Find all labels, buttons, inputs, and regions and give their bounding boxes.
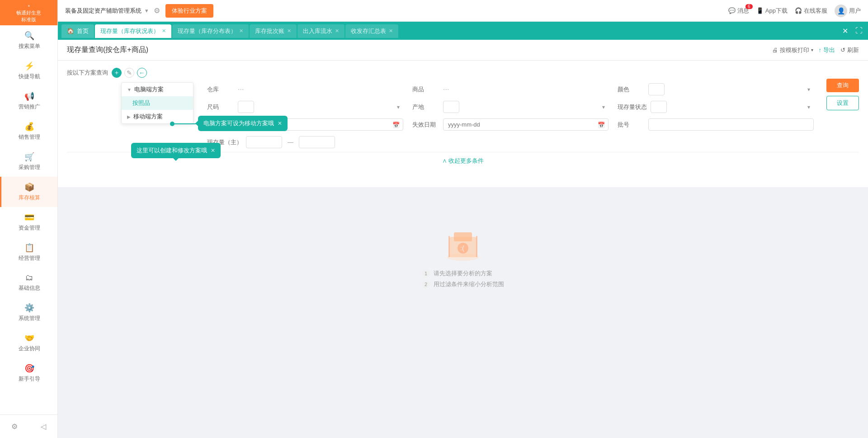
status-select[interactable] [651, 101, 667, 113]
search-button[interactable]: 查询 [826, 79, 859, 92]
filter-label-goods: 商品 [412, 85, 439, 94]
empty-illustration: :( [440, 223, 486, 264]
tab-expand-icon[interactable]: ⛶ [854, 25, 864, 37]
settings-icon[interactable]: ⚙ [9, 420, 19, 433]
tab-summary[interactable]: 收发存汇总表 ✕ [345, 24, 398, 38]
sidebar-item-marketing[interactable]: 📢 营销推广 [0, 86, 57, 116]
scheme-tree-panel: ▼ 电脑端方案 按照品 ▶ 移动端方案 [121, 82, 193, 124]
refresh-btn[interactable]: ↺ 刷新 [840, 46, 859, 54]
tooltip-close-btn[interactable]: ✕ [278, 120, 282, 127]
filter-grid: 仓库 ··· 商品 ··· 颜色 [207, 83, 859, 148]
filter-row-expire-date: 失效日期 [412, 118, 609, 131]
tab-flow[interactable]: 出入库流水 ✕ [297, 24, 344, 38]
purchase-icon: 🛒 [24, 152, 34, 162]
tab-close-icon[interactable]: ✕ [239, 28, 243, 34]
page-header: 现存量查询(按仓库+商品) 🖨 按模板打印 ▾ ↑ 导出 ↺ 刷新 [58, 40, 868, 61]
sidebar-nav: 🔍 搜索菜单 ⚡ 快捷导航 📢 营销推广 💰 销售管理 🛒 采购管理 📦 库存核… [0, 25, 57, 414]
sidebar-item-label: 资金管理 [19, 224, 40, 232]
filter-row-size: 尺码 [207, 101, 403, 113]
content-area: 现存量查询(按仓库+商品) 🖨 按模板打印 ▾ ↑ 导出 ↺ 刷新 [58, 40, 868, 438]
range-separator: — [288, 139, 293, 146]
filter-row-stock: 现存量（主） — [207, 136, 403, 148]
export-btn[interactable]: ↑ 导出 [819, 46, 835, 54]
chevron-down-icon: ▾ [145, 7, 148, 14]
sidebar-item-finance[interactable]: 💳 资金管理 [0, 207, 57, 237]
service-item[interactable]: 🎧 在线客服 [795, 7, 827, 15]
tab-close-icon[interactable]: ✕ [162, 28, 166, 34]
size-select-wrapper [238, 101, 403, 113]
finance-icon: 💳 [24, 212, 34, 222]
sidebar-item-basic[interactable]: 🗂 基础信息 [0, 268, 57, 297]
filter-row-status: 现存量状态 [618, 101, 814, 113]
tooltip-close-btn[interactable]: ✕ [211, 147, 215, 154]
filter-label-warehouse: 仓库 [207, 85, 234, 94]
tab-close-icon[interactable]: ✕ [389, 28, 393, 34]
tooltip-scheme-mobile: 电脑方案可设为移动方案哦 ✕ [198, 116, 288, 131]
sidebar-item-collab[interactable]: 🤝 企业协同 [0, 328, 57, 358]
edit-scheme-btn[interactable]: ✎ [124, 68, 134, 78]
tab-close-all-icon[interactable]: ✕ [840, 25, 850, 37]
sidebar-item-label: 搜索菜单 [19, 42, 40, 50]
collapse-icon[interactable]: ◁ [39, 420, 48, 433]
gear-icon[interactable]: ⚙ [154, 6, 160, 15]
sidebar-item-nav[interactable]: ⚡ 快捷导航 [0, 56, 57, 86]
message-badge: 6 [745, 4, 753, 9]
filter-row-color: 颜色 [618, 83, 814, 95]
svg-rect-7 [448, 236, 450, 257]
collab-icon: 🤝 [24, 333, 34, 343]
tree-item-desktop-sub1[interactable]: 按照品 [122, 96, 193, 110]
topbar-system: 装备及固定资产辅助管理系统 ▾ [65, 7, 148, 15]
user-label: 用户 [849, 7, 861, 15]
size-select[interactable] [238, 101, 254, 113]
tab-label: 首页 [77, 27, 89, 35]
sidebar-item-sales[interactable]: 💰 销售管理 [0, 116, 57, 146]
sidebar-item-purchase[interactable]: 🛒 采购管理 [0, 146, 57, 177]
tab-inventory-dist[interactable]: 现存量（库存分布表） ✕ [172, 24, 249, 38]
chevron-icon: ▾ [811, 47, 813, 52]
sidebar-item-inventory[interactable]: 📦 库存核算 [0, 177, 57, 207]
sidebar-item-system[interactable]: ⚙️ 系统管理 [0, 297, 57, 328]
batch-input[interactable] [648, 118, 814, 131]
tree-item-desktop[interactable]: ▼ 电脑端方案 [122, 83, 193, 96]
tab-home[interactable]: 🏠 首页 [61, 24, 94, 38]
tip-num-1: 1 [422, 269, 430, 278]
color-select[interactable] [648, 83, 665, 95]
warehouse-more-icon[interactable]: ··· [238, 85, 244, 94]
sidebar-item-search[interactable]: 🔍 搜索菜单 [0, 25, 57, 56]
stock-from-input[interactable] [246, 136, 282, 148]
empty-tips: 1 请先选择要分析的方案 2 用过滤条件来缩小分析范围 [422, 269, 504, 288]
basic-icon: 🗂 [25, 273, 33, 283]
add-scheme-btn[interactable]: ＋ [112, 68, 122, 78]
system-name: 装备及固定资产辅助管理系统 [65, 7, 142, 15]
filter-row-goods: 商品 ··· [412, 83, 609, 95]
origin-select[interactable] [443, 101, 459, 113]
filter-label-size: 尺码 [207, 103, 234, 111]
sidebar-item-label: 快捷导航 [19, 73, 40, 80]
sidebar-item-guide[interactable]: 🎯 新手引导 [0, 358, 57, 388]
tree-item-mobile[interactable]: ▶ 移动端方案 [122, 110, 193, 123]
sidebar-item-management[interactable]: 📋 经营管理 [0, 237, 57, 268]
back-scheme-btn[interactable]: ← [137, 68, 147, 78]
filter-row-batch: 批号 [618, 118, 814, 131]
stock-to-input[interactable] [299, 136, 335, 148]
message-badge-item[interactable]: 💬 6 消息 [728, 7, 749, 15]
dot-node [170, 122, 175, 126]
tab-close-icon[interactable]: ✕ [335, 28, 339, 34]
expire-date-input[interactable] [443, 118, 609, 131]
app-download-item[interactable]: 📱 App下载 [756, 7, 788, 15]
chevron-up-icon: ∧ [442, 157, 447, 164]
topbar-right: 💬 6 消息 📱 App下载 🎧 在线客服 👤 用户 [728, 5, 861, 17]
user-item[interactable]: 👤 用户 [835, 5, 861, 17]
industry-btn[interactable]: 体验行业方案 [165, 4, 213, 18]
message-icon: 💬 [728, 7, 736, 14]
filter-label-color: 颜色 [618, 85, 645, 94]
tab-label: 现存量（库存分布表） [178, 27, 236, 35]
tab-batch-account[interactable]: 库存批次账 ✕ [250, 24, 297, 38]
sidebar-item-label: 采购管理 [19, 164, 40, 171]
tab-close-icon[interactable]: ✕ [287, 28, 291, 34]
status-select-wrapper [651, 101, 814, 113]
goods-more-icon[interactable]: ··· [443, 85, 449, 94]
print-btn[interactable]: 🖨 按模板打印 ▾ [772, 46, 813, 54]
reset-button[interactable]: 设置 [826, 96, 859, 110]
tab-inventory-status[interactable]: 现存量（库存状况表） ✕ [95, 24, 171, 38]
